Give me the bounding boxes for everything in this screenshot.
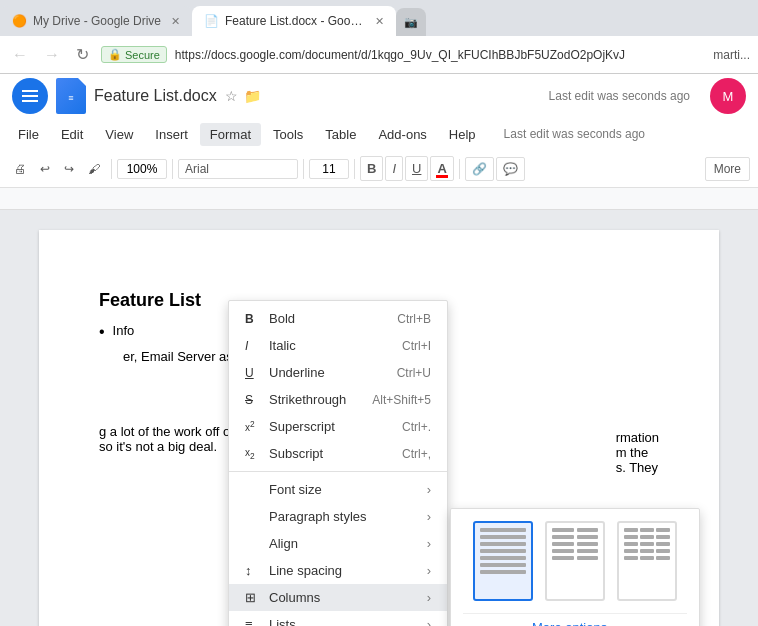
docs-app-icon: ≡ [56, 78, 86, 114]
tab-docs[interactable]: 📄 Feature List.docx - Google... ✕ [192, 6, 396, 36]
format-lists-option[interactable]: ≡ Lists › [229, 611, 447, 626]
line-spacing-arrow: › [427, 563, 431, 578]
font-size-display[interactable]: 11 [309, 159, 349, 179]
docs-title[interactable]: Feature List.docx [94, 87, 217, 105]
menu-table[interactable]: Table [315, 123, 366, 146]
more-button[interactable]: More [705, 157, 750, 181]
refresh-button[interactable]: ↻ [72, 43, 93, 66]
profile-label: marti... [713, 48, 750, 62]
comment-button[interactable]: 💬 [496, 157, 525, 181]
format-columns-option[interactable]: ⊞ Columns › [229, 584, 447, 611]
toolbar-sep-5 [459, 159, 460, 179]
bold-button[interactable]: B [360, 156, 383, 181]
underline-shortcut: Ctrl+U [397, 366, 431, 380]
col-line [480, 563, 526, 567]
docs-favicon: 📄 [204, 14, 219, 28]
zoom-display[interactable]: 100% [117, 159, 167, 179]
redo-button[interactable]: ↪ [58, 158, 80, 180]
empty-tab-favicon: 📷 [404, 16, 418, 29]
format-strikethrough-option[interactable]: S Strikethrough Alt+Shift+5 [229, 386, 447, 413]
docs-app: ≡ Feature List.docx ☆ 📁 Last edit was se… [0, 74, 758, 188]
format-font-size-option[interactable]: Font size › [229, 476, 447, 503]
align-arrow: › [427, 536, 431, 551]
undo-button[interactable]: ↩ [34, 158, 56, 180]
link-button[interactable]: 🔗 [465, 157, 494, 181]
format-dropdown: B Bold Ctrl+B I Italic Ctrl+I U Underlin… [228, 300, 448, 626]
hamburger-menu[interactable] [12, 78, 48, 114]
col-line [480, 528, 526, 532]
user-avatar[interactable]: M [710, 78, 746, 114]
format-italic-option[interactable]: I Italic Ctrl+I [229, 332, 447, 359]
subscript-shortcut: Ctrl+, [402, 447, 431, 461]
toolbar-sep-1 [111, 159, 112, 179]
docs-tab-close[interactable]: ✕ [375, 15, 384, 28]
columns-arrow: › [427, 590, 431, 605]
lists-arrow: › [427, 617, 431, 626]
drive-tab-close[interactable]: ✕ [171, 15, 180, 28]
col-line [480, 556, 526, 560]
font-size-arrow: › [427, 482, 431, 497]
format-paragraph-styles-option[interactable]: Paragraph styles › [229, 503, 447, 530]
folder-icon[interactable]: 📁 [244, 88, 261, 104]
tab-empty[interactable]: 📷 [396, 8, 426, 36]
lists-label: Lists [269, 617, 296, 626]
col-line [480, 535, 526, 539]
menu-file[interactable]: File [8, 123, 49, 146]
align-label: Align [269, 536, 298, 551]
toolbar-sep-3 [303, 159, 304, 179]
format-subscript-option[interactable]: x2 Subscript Ctrl+, [229, 440, 447, 467]
col-line [480, 549, 526, 553]
url-display[interactable]: https://docs.google.com/document/d/1kqgo… [175, 48, 705, 62]
format-superscript-option[interactable]: x2 Superscript Ctrl+. [229, 413, 447, 440]
subscript-icon: x2 [245, 447, 265, 461]
columns-icon: ⊞ [245, 590, 265, 605]
strikethrough-shortcut: Alt+Shift+5 [372, 393, 431, 407]
underline-button[interactable]: U [405, 156, 428, 181]
star-icon[interactable]: ☆ [225, 88, 238, 104]
lock-icon: 🔒 [108, 48, 122, 61]
font-color-button[interactable]: A [430, 156, 453, 181]
secure-badge: 🔒 Secure [101, 46, 167, 63]
print-button[interactable]: 🖨 [8, 158, 32, 180]
menu-view[interactable]: View [95, 123, 143, 146]
menu-insert[interactable]: Insert [145, 123, 198, 146]
paint-format-button[interactable]: 🖌 [82, 158, 106, 180]
col-line [480, 570, 526, 574]
menu-format[interactable]: Format [200, 123, 261, 146]
paragraph-styles-label: Paragraph styles [269, 509, 367, 524]
docs-title-bar: ≡ Feature List.docx ☆ 📁 Last edit was se… [0, 74, 758, 118]
format-align-option[interactable]: Align › [229, 530, 447, 557]
menu-help[interactable]: Help [439, 123, 486, 146]
columns-options [463, 521, 687, 601]
tab-drive[interactable]: 🟠 My Drive - Google Drive ✕ [0, 6, 192, 36]
format-line-spacing-option[interactable]: ↕ Line spacing › [229, 557, 447, 584]
last-edit-label: Last edit was seconds ago [549, 89, 690, 103]
toolbar-sep-2 [172, 159, 173, 179]
underline-label: Underline [269, 365, 325, 380]
format-underline-option[interactable]: U Underline Ctrl+U [229, 359, 447, 386]
format-bold-option[interactable]: B Bold Ctrl+B [229, 305, 447, 332]
drive-tab-label: My Drive - Google Drive [33, 14, 161, 28]
superscript-shortcut: Ctrl+. [402, 420, 431, 434]
two-column-option[interactable] [545, 521, 605, 601]
underline-icon: U [245, 366, 265, 380]
columns-submenu: More options... [450, 508, 700, 626]
forward-button[interactable]: → [40, 44, 64, 66]
font-family-display[interactable]: Arial [178, 159, 298, 179]
more-options-button[interactable]: More options... [463, 613, 687, 626]
secure-label: Secure [125, 49, 160, 61]
three-column-option[interactable] [617, 521, 677, 601]
menu-addons[interactable]: Add-ons [368, 123, 436, 146]
back-button[interactable]: ← [8, 44, 32, 66]
title-actions: ☆ 📁 [225, 88, 261, 104]
col-line [480, 542, 526, 546]
italic-icon: I [245, 339, 265, 353]
menu-tools[interactable]: Tools [263, 123, 313, 146]
menu-edit[interactable]: Edit [51, 123, 93, 146]
toolbar-sep-4 [354, 159, 355, 179]
line-spacing-icon: ↕ [245, 563, 265, 578]
ruler [0, 188, 758, 210]
docs-tab-label: Feature List.docx - Google... [225, 14, 365, 28]
one-column-option[interactable] [473, 521, 533, 601]
italic-button[interactable]: I [385, 156, 403, 181]
